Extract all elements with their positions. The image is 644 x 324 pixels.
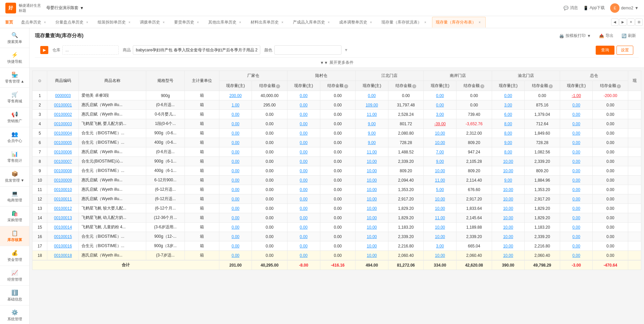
yubei-amt-info-icon[interactable]: i [549,84,553,88]
sidebar-item-purchase[interactable]: 🛍️ 采购管理 [0,206,29,226]
settings-gear-icon[interactable]: ⚙ [37,78,43,84]
table-row-nanan-amt: 2,060.40 [457,251,492,261]
tab-group-disassemble[interactable]: 组装拆卸单历史 × [94,17,136,28]
sidebar-item-retail-stats[interactable]: 📊 零售统计 [0,147,29,167]
org-selector[interactable]: 母婴行业演示陈套 ▼ [46,5,84,11]
sidebar-item-marketing[interactable]: 📢 营销推广 [0,107,29,127]
tab-product-in[interactable]: 产成品入库单历史 × [289,17,335,28]
main-layout: 🔍 搜索英单 ⚡ 快捷导航 🏪 零售管理 ▲ 🛒 零售商城 📢 营销推广 👥 会… [0,28,644,324]
table-row-total-amt: 0.00 [593,241,628,251]
table-row-unit: 箱 [184,232,219,241]
search-button[interactable]: 查询 [596,46,614,55]
sidebar-item-ops[interactable]: 📈 经营管理 [0,266,29,286]
message-icon: 💬 [564,6,569,10]
settings-button[interactable]: 设置 [616,46,633,55]
tab-cost-adj[interactable]: 成本调整单历史 × [335,17,377,28]
table-row-spec: (3-7岁适... [146,251,185,261]
tab-count-single[interactable]: 盘点单历史 × [17,17,51,28]
table-row-unit: 箱 [184,138,219,147]
table-row-unit: 箱 [184,100,219,110]
table-row-current [628,176,641,185]
tab-other-out[interactable]: 其他出库单历史 × [205,17,246,28]
expand-more-conditions[interactable]: ▼▼ 展开更多条件 [35,57,639,67]
sidebar-item-search[interactable]: 🔍 搜索英单 [0,28,29,48]
tab-close-other-out[interactable]: × [238,20,243,25]
footer-lucun-stock: -8.00 [287,260,320,270]
table-row-current [628,147,641,157]
tab-stock-table[interactable]: 现存量（库存状况表） × [378,17,431,28]
sidebar-item-wholesale[interactable]: 📦 批发管理 ▼ [0,167,29,187]
table-row-total-stock: 0.00 [560,176,593,185]
tab-material-out[interactable]: 材料出库单历史 × [247,17,288,28]
table-row-factory-stock: 0.00 [219,176,252,185]
export-btn[interactable]: 📤 导出 [596,32,616,40]
table-row-factory-stock: 1.00 [219,100,252,110]
filter-warehouse-input[interactable] [62,45,119,55]
sidebar-item-ecommerce[interactable]: 💻 电商管理 [0,187,29,206]
table-row-factory-stock: 0.00 [219,157,252,166]
nanan-amt-info-icon[interactable]: i [480,84,484,88]
tab-close-material-out[interactable]: × [280,20,285,25]
tab-nav-close-all[interactable]: ✕ [627,18,635,26]
table-row-nanan-amt: 2,339.20 [457,232,492,241]
tab-nav-expand[interactable]: ⊞ [635,18,643,26]
refresh-btn[interactable]: 🔄 刷新 [619,32,639,40]
sidebar-item-basic[interactable]: ℹ️ 基础信息 [0,286,29,306]
table-row-lucun-stock: 0.00 [287,157,320,166]
table-row-no: 17 [33,241,47,251]
table-row-yubei-stock: 9.00 [492,138,525,147]
tab-close-count-single[interactable]: × [43,20,47,25]
lucun-amt-info-icon[interactable]: i [344,84,348,88]
tab-close-stock-dist[interactable]: × [477,20,482,25]
tab-close-partial-count[interactable]: × [85,20,90,25]
table-row-unit: 箱 [184,166,219,176]
sidebar-item-retail-shop[interactable]: 🛒 零售商城 [0,88,29,107]
sidebar-item-system[interactable]: ⚙️ 系统管理 [0,306,29,324]
tab-requisition[interactable]: 要货单历史 × [170,17,204,28]
tab-close-transfer[interactable]: × [161,20,166,25]
tab-transfer[interactable]: 调拨单历史 × [136,17,170,28]
table-row-total-stock: 0.00 [560,166,593,176]
table-row-lucun-stock: 0.00 [287,204,320,213]
user-menu[interactable]: E demo2 ▼ [610,3,639,13]
jiangbei-amt-info-icon[interactable]: i [412,84,416,88]
table-row-nanan-amt: 2,312.00 [457,129,492,138]
sidebar-item-retail-mgmt[interactable]: 🏪 零售管理 ▲ [0,68,29,88]
tab-close-requisition[interactable]: × [196,20,200,25]
table-row-jiangbei-amt: 801.72 [388,119,424,129]
sidebar-item-inventory[interactable]: 📋 库存核算 [0,226,29,246]
print-btn[interactable]: 🖨️ 按模板打印 ▼ [556,32,594,40]
table-row-factory-stock: 0.00 [219,147,252,157]
col-settings-icon[interactable]: ⚙ [33,71,47,91]
factory-amt-info-icon[interactable]: i [276,84,280,88]
filter-color-input[interactable] [274,45,341,55]
col-lucun-stock: 现存量(主) [287,81,320,91]
table-row-current [628,204,641,213]
sidebar-item-members[interactable]: 👥 会员中心 [0,127,29,147]
table-row-nanan-amt: 947.24 [457,147,492,157]
total-amt-info-icon[interactable]: i [617,84,621,88]
table-row-factory-stock: 0.00 [219,204,252,213]
filter-product-input[interactable] [133,45,260,55]
tab-close-stock-table[interactable]: × [423,20,428,25]
tab-partial-count[interactable]: 分量盘点单历史 × [52,17,93,28]
tab-close-product-in[interactable]: × [326,20,331,25]
members-icon: 👥 [11,131,18,137]
tab-nav-left[interactable]: ◀ [611,18,619,26]
table-row-yubei-amt: 2,339.20 [525,157,560,166]
app-download-btn[interactable]: 📱 App下载 [583,5,605,11]
tab-stock-dist[interactable]: 现存量（库存分布表） × [432,17,486,28]
filter-toggle-btn[interactable]: ▶ [40,46,48,54]
tab-close-cost-adj[interactable]: × [369,20,373,25]
sidebar-item-finance[interactable]: 💰 资金管理 [0,246,29,266]
color-dropdown-icon[interactable]: ▼ [344,48,348,52]
table-row-yubei-amt: 1,884.96 [525,176,560,185]
col-group-yubei: 渝北门店 [492,71,560,81]
tab-nav-right[interactable]: ▶ [619,18,627,26]
message-btn[interactable]: 💬 消息 [564,5,578,11]
table-row-lucun-amt: 0.00 [320,204,356,213]
table-row-jiangbei-stock: 10.00 [356,223,388,232]
tab-close-group-disassemble[interactable]: × [127,20,132,25]
sidebar-item-shortcut[interactable]: ⚡ 快捷导航 [0,48,29,68]
tab-home[interactable]: 首页 [1,17,17,28]
